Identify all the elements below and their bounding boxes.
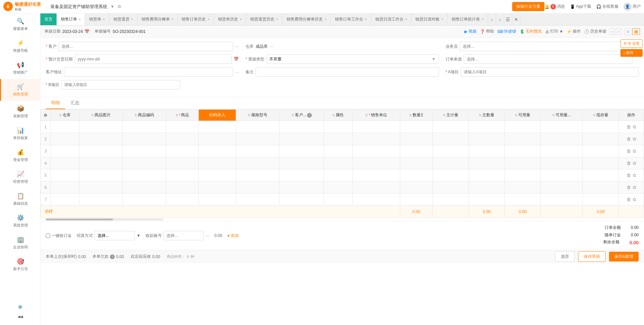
address-more-icon[interactable]: ··· [235,69,239,75]
table-scrollbar[interactable] [46,218,163,220]
sidebar-settings-btn[interactable]: ⚙️ [0,302,40,312]
row-attribute-2[interactable] [324,133,352,145]
one-click-checkbox[interactable] [46,234,50,238]
sidebar-item-finance[interactable]: 💰 资金管理 [0,145,40,166]
row-main-unit-1[interactable] [432,121,468,133]
online-service-item[interactable]: 🎧 在线客服 [596,4,618,9]
row-product-code-2[interactable] [123,133,166,145]
card-view-btn[interactable]: ▦ [632,28,640,35]
delete-icon-6[interactable]: 🗑 [627,185,631,190]
sort-arrows-product[interactable]: ⇅ [176,114,178,117]
row-quantity2-4[interactable] [400,157,432,169]
row-scan-2[interactable] [199,133,236,145]
row-warehouse-1[interactable] [51,121,79,133]
row-stock-2[interactable] [583,133,619,145]
copy-icon-6[interactable]: ⧉ [633,185,636,190]
profit-preview-btn[interactable]: 💲 毛利预览 [520,29,542,34]
tab-close-sales-refund[interactable]: × [131,17,133,21]
row-main-quantity-5[interactable] [469,169,505,181]
row-product-code-5[interactable] [123,169,166,181]
row-quantity2-2[interactable] [400,133,432,145]
help-btn[interactable]: ❓ 帮助 [480,29,494,34]
row-sales-unit-2[interactable] [352,133,400,145]
row-main-unit-2[interactable] [432,133,468,145]
tab-sales-order-workbench[interactable]: 销售订单工作台 × [331,13,371,26]
row-scan-3[interactable] [199,145,236,157]
row-spec-2[interactable] [236,133,279,145]
shortcut-btn[interactable]: ⌨ 快捷键 [497,29,516,34]
row-warehouse-3[interactable] [51,145,79,157]
row-quantity2-6[interactable] [400,181,432,194]
row-spec-4[interactable] [236,157,279,169]
row-scan-1[interactable] [199,121,236,133]
row-stock-5[interactable] [583,169,619,181]
delete-icon-1[interactable]: 🗑 [627,124,631,129]
tab-sales-expense-history[interactable]: 销售费用分摊单历史 × [282,13,331,26]
row-product-1[interactable] [166,121,198,133]
row-customer-spec-4[interactable] [279,157,324,169]
tab-home[interactable]: 首页 [40,13,57,26]
sidebar-item-operations[interactable]: 📈 经营管理 [0,166,40,188]
calendar-icon[interactable]: 📅 [84,29,89,34]
customer-input[interactable] [59,42,233,51]
save-new-button[interactable]: 保存&新增 [609,252,639,261]
row-scan-7[interactable] [199,194,236,206]
row-available-4[interactable] [505,157,541,169]
sidebar-item-inventory[interactable]: 📊 库存核算 [0,123,40,145]
row-main-quantity-1[interactable] [469,121,505,133]
sort-arrows-product-code[interactable]: ⇅ [135,114,137,117]
sidebar-item-quick-nav[interactable]: ⚡ 快捷导航 [0,35,40,57]
row-stock-1[interactable] [583,121,619,133]
settings-button[interactable]: ⚙ ⚙ 设置 [620,39,643,48]
row-attribute-5[interactable] [324,169,352,181]
row-available-5[interactable] [505,169,541,181]
th-settings[interactable]: ⚙ [41,110,51,121]
print-dropdown-icon[interactable]: ▼ [559,29,563,34]
message-icon-item[interactable]: 🔔 9 消息 [544,4,565,9]
tab-sales-stats[interactable]: 销售订单统计表 × [448,13,488,26]
sort-arrows-available2[interactable]: ⇅ [552,114,555,117]
row-available-3[interactable] [505,145,541,157]
row-available2-2[interactable] [541,133,583,145]
row-available2-5[interactable] [541,169,583,181]
row-product-code-4[interactable] [123,157,166,169]
history-btn[interactable]: 🕐 历史单据 [584,29,606,34]
sort-arrows-main-unit[interactable]: ⇅ [443,114,446,117]
sidebar-item-guide[interactable]: 🎯 新手引导 [0,254,40,276]
sidebar-item-enterprise[interactable]: 🏢 企业协同 [0,232,40,254]
sort-arrows-quantity2[interactable]: ⇅ [409,114,412,117]
sort-arrows-attribute[interactable]: ⇅ [332,114,335,117]
tab-sales-return[interactable]: 销货单 × [85,13,109,26]
copy-icon-7[interactable]: ⧉ [633,197,636,202]
row-available2-1[interactable] [541,121,583,133]
row-product-image-7[interactable] [79,194,123,206]
row-product-code-1[interactable] [123,121,166,133]
delivery-date-input[interactable] [75,54,232,64]
row-attribute-1[interactable] [324,121,352,133]
sort-arrows-customer-spec[interactable]: ⇅ [292,114,294,117]
tab-nav-menu[interactable]: ☰ [504,13,512,26]
debit-info-icon[interactable]: i [110,254,115,259]
b-project-input[interactable] [61,80,180,89]
notes-input[interactable] [256,67,439,77]
sidebar-item-marketing[interactable]: 📢 营销推广 [0,57,40,79]
tab-sales-order[interactable]: 销售订单 × [57,13,85,26]
row-customer-spec-6[interactable] [279,181,324,194]
row-available2-3[interactable] [541,145,583,157]
row-sales-unit-1[interactable] [352,121,400,133]
tab-cash-reconcile[interactable]: 钱货日清对账 × [411,13,448,26]
tab-sales-refund[interactable]: 销货退货 × [109,13,138,26]
tab-nav-prev[interactable]: ‹ [488,13,496,26]
row-available-1[interactable] [505,121,541,133]
delete-icon-3[interactable]: 🗑 [627,149,631,154]
row-warehouse-5[interactable] [51,169,79,181]
user-avatar-item[interactable]: 👤 用户 [623,3,641,11]
tab-sales-order-history[interactable]: 销售订单历史 × [178,13,214,26]
tab-close-sales-return[interactable]: × [103,17,105,21]
sidebar-item-sales[interactable]: 🛒 销售管理 [0,79,40,101]
copy-icon-3[interactable]: ⧉ [633,149,636,154]
row-product-code-3[interactable] [123,145,166,157]
tab-close-sales-order[interactable]: × [79,17,81,21]
row-quantity2-3[interactable] [400,145,432,157]
row-stock-3[interactable] [583,145,619,157]
